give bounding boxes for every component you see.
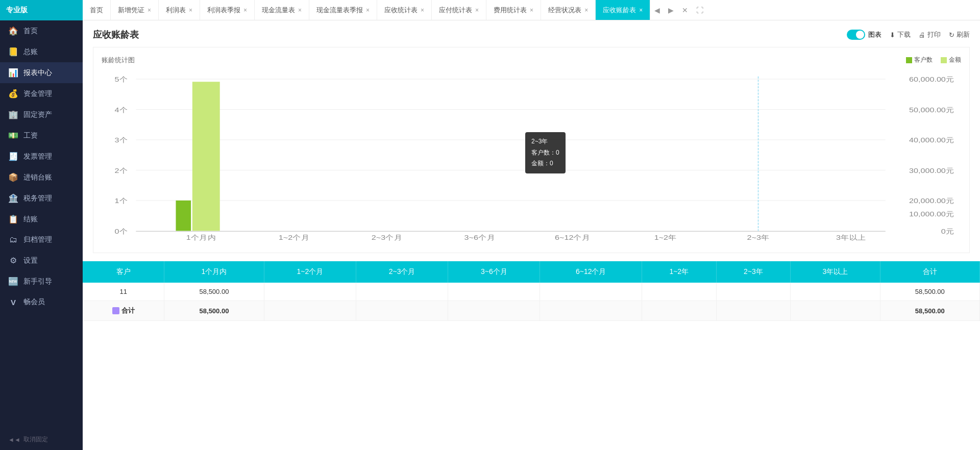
close-icon[interactable]: ×	[298, 7, 302, 14]
sidebar-item-label: 税务管理	[23, 194, 52, 203]
invoice-icon: 🧾	[8, 152, 18, 161]
close-icon[interactable]: ×	[475, 7, 479, 14]
chart-legend: 客户数 金额	[906, 56, 961, 64]
download-label: 下载	[897, 30, 911, 39]
pin-label: 取消固定	[23, 435, 48, 444]
cell-y2	[716, 283, 791, 301]
chart-container: 账龄统计图 客户数 金额 5个 4个 3个 2个 1个	[93, 47, 970, 253]
tab-expense[interactable]: 费用统计表 ×	[486, 0, 541, 20]
sidebar-pin-toggle[interactable]: ◄◄ 取消固定	[0, 429, 83, 450]
sidebar-item-member[interactable]: V 畅会员	[0, 292, 83, 312]
toggle-thumb	[856, 31, 864, 39]
sidebar-item-funds[interactable]: 💰 资金管理	[0, 83, 83, 104]
chart-svg: 5个 4个 3个 2个 1个 0个 60,000.00元 50,000.00元 …	[102, 71, 961, 244]
svg-text:60,000.00元: 60,000.00元	[909, 76, 954, 83]
total-label-text: 合计	[121, 306, 135, 315]
col-y1: 1~2年	[642, 261, 717, 283]
close-icon[interactable]: ×	[530, 7, 533, 14]
tab-ar-aging[interactable]: 应收账龄表 ×	[596, 0, 650, 20]
tab-ar-stat[interactable]: 应收统计表 ×	[377, 0, 432, 20]
sidebar-item-label: 新手引导	[23, 277, 52, 286]
tab-label: 费用统计表	[494, 6, 527, 15]
page-title: 应收账龄表	[93, 29, 847, 41]
sidebar-item-home[interactable]: 🏠 首页	[0, 20, 83, 41]
sidebar-item-archive[interactable]: 🗂 归档管理	[0, 230, 83, 250]
print-button[interactable]: 🖨 打印	[919, 30, 941, 39]
sidebar-item-label: 报表中心	[23, 68, 52, 78]
tab-label: 现金流量表季报	[316, 6, 363, 15]
svg-text:1~2个月: 1~2个月	[279, 234, 310, 241]
sidebar-item-assets[interactable]: 🏢 固定资产	[0, 104, 83, 125]
bar-customers-1	[176, 201, 191, 231]
close-icon[interactable]: ×	[243, 7, 247, 14]
settings-icon: ⚙	[8, 256, 18, 265]
close-icon[interactable]: ×	[639, 7, 643, 14]
download-icon: ⬇	[890, 31, 895, 39]
sidebar-item-salary[interactable]: 💵 工资	[0, 125, 83, 146]
tab-label: 首页	[90, 6, 103, 15]
aging-table: 客户 1个月内 1~2个月 2~3个月 3~6个月 6~12个月 1~2年 2~…	[83, 261, 980, 321]
sidebar-item-stock[interactable]: 📦 进销台账	[0, 167, 83, 188]
sidebar-item-invoice[interactable]: 🧾 发票管理	[0, 146, 83, 167]
cell-total-total: 58,500.00	[880, 301, 979, 321]
cell-total-m6	[448, 301, 540, 321]
tab-profit[interactable]: 利润表 ×	[159, 0, 200, 20]
table-total-row: 合计 58,500.00 58,500.00	[83, 301, 980, 321]
table-header-row: 客户 1个月内 1~2个月 2~3个月 3~6个月 6~12个月 1~2年 2~…	[83, 261, 980, 283]
report-icon: 📊	[8, 68, 18, 78]
col-m12: 6~12个月	[540, 261, 642, 283]
tab-expand-button[interactable]: ⛶	[692, 0, 707, 20]
assets-icon: 🏢	[8, 110, 18, 119]
svg-text:10,000.00元: 10,000.00元	[909, 210, 954, 217]
sidebar-item-closing[interactable]: 📋 结账	[0, 209, 83, 230]
cell-total-m1: 58,500.00	[164, 301, 264, 321]
sidebar-item-label: 归档管理	[23, 235, 52, 244]
tab-close-all-button[interactable]: ✕	[678, 0, 692, 20]
content-area: 应收账龄表 图表 ⬇ 下载 🖨 打印 ↻ 刷新	[83, 20, 980, 450]
tab-new-voucher[interactable]: 新增凭证 ×	[111, 0, 159, 20]
svg-text:1个: 1个	[115, 197, 128, 205]
legend-customers: 客户数	[906, 56, 933, 64]
col-m3: 2~3个月	[356, 261, 448, 283]
sidebar-item-tax[interactable]: 🏦 税务管理	[0, 188, 83, 209]
download-button[interactable]: ⬇ 下载	[890, 30, 911, 39]
cell-total-m3	[356, 301, 448, 321]
chart-area: 5个 4个 3个 2个 1个 0个 60,000.00元 50,000.00元 …	[102, 71, 961, 244]
cell-customer: 11	[83, 283, 164, 301]
sidebar-item-label: 结账	[23, 215, 38, 224]
tab-cashflow[interactable]: 现金流量表 ×	[255, 0, 309, 20]
cell-total-m2	[264, 301, 356, 321]
sidebar-item-guide[interactable]: 🆕 新手引导	[0, 271, 83, 292]
svg-text:0元: 0元	[941, 228, 954, 235]
tab-prev-button[interactable]: ◀	[650, 0, 664, 20]
guide-icon: 🆕	[8, 277, 18, 286]
col-y2: 2~3年	[716, 261, 791, 283]
toggle-label: 图表	[868, 30, 881, 39]
tab-cashflow-q[interactable]: 现金流量表季报 ×	[309, 0, 377, 20]
sidebar-item-ledger[interactable]: 📒 总账	[0, 41, 83, 62]
tab-ap-stat[interactable]: 应付统计表 ×	[432, 0, 486, 20]
refresh-button[interactable]: ↻ 刷新	[949, 30, 970, 39]
sidebar-item-report[interactable]: 📊 报表中心	[0, 62, 83, 83]
tab-home[interactable]: 首页	[83, 0, 111, 20]
col-m2: 1~2个月	[264, 261, 356, 283]
chart-toggle[interactable]: 图表	[847, 30, 881, 40]
tab-label: 经营状况表	[548, 6, 581, 15]
cell-total-label: 合计	[83, 301, 164, 321]
sidebar: 专业版 🏠 首页 📒 总账 📊 报表中心 💰 资金管理 🏢 固定资产 💵 工资 …	[0, 0, 83, 450]
home-icon: 🏠	[8, 26, 18, 36]
sidebar-item-settings[interactable]: ⚙ 设置	[0, 250, 83, 271]
tab-profit-q[interactable]: 利润表季报 ×	[200, 0, 255, 20]
sidebar-item-label: 畅会员	[23, 297, 45, 307]
close-icon[interactable]: ×	[189, 7, 192, 14]
close-icon[interactable]: ×	[584, 7, 588, 14]
closing-icon: 📋	[8, 214, 18, 224]
close-icon[interactable]: ×	[366, 7, 370, 14]
close-icon[interactable]: ×	[421, 7, 424, 14]
cell-total-y1	[642, 301, 717, 321]
close-icon[interactable]: ×	[148, 7, 151, 14]
tab-biz[interactable]: 经营状况表 ×	[541, 0, 596, 20]
toggle-track[interactable]	[847, 30, 865, 40]
tab-next-button[interactable]: ▶	[664, 0, 678, 20]
svg-text:40,000.00元: 40,000.00元	[909, 137, 954, 144]
